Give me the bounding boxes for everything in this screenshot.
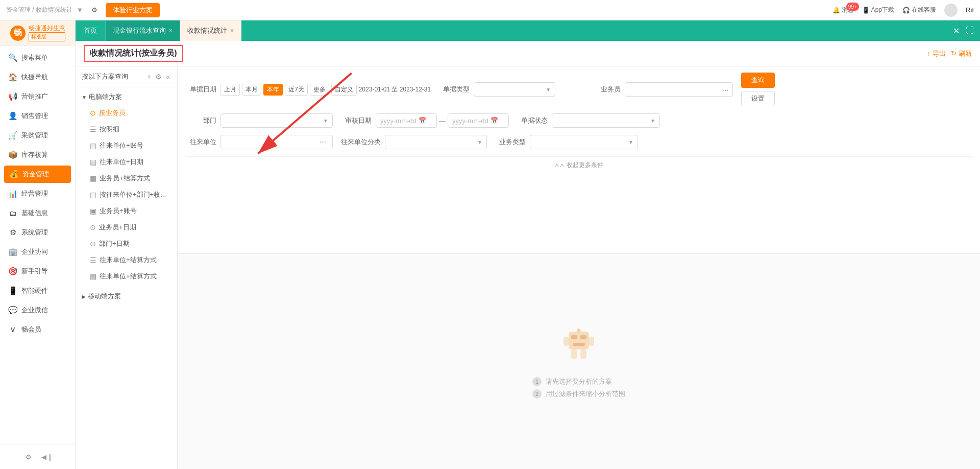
- message-button[interactable]: 🔔 消息 99+: [832, 6, 854, 14]
- tab-cashflow-label: 现金银行流水查询: [113, 26, 166, 35]
- maximize-button[interactable]: ⛶: [964, 24, 976, 37]
- calendar-to-icon: 📅: [491, 117, 498, 124]
- scheme-item-by-detail[interactable]: ☰ 按明细: [76, 121, 177, 137]
- app-download-button[interactable]: 📱 App下载: [862, 6, 894, 14]
- version-tag: 标准版: [29, 32, 65, 41]
- export-button[interactable]: ↑ 导出: [927, 49, 946, 58]
- scheme-header: 按以下方案查询 + ⚙ «: [76, 66, 177, 87]
- tab-cashflow[interactable]: 现金银行流水查询 ×: [106, 20, 180, 41]
- sidebar-item-system[interactable]: ⚙ 系统管理: [0, 223, 75, 242]
- review-date-from[interactable]: yyyy-mm-dd 📅: [376, 113, 437, 128]
- sidebar-item-wechat[interactable]: 💬 企业微信: [0, 300, 75, 320]
- partner-select[interactable]: ···: [220, 135, 333, 149]
- scheme-item-sales-date[interactable]: ⊙ 业务员+日期: [76, 219, 177, 236]
- sidebar-item-newbie[interactable]: 🎯 新手引导: [0, 262, 75, 281]
- review-date-range: yyyy-mm-dd 📅 — yyyy-mm-dd 📅: [376, 113, 509, 128]
- refresh-button[interactable]: ↻ 刷新: [951, 49, 972, 58]
- tab-cashflow-close[interactable]: ×: [169, 27, 173, 34]
- scheme-item-partner-settlement[interactable]: ☰ 往来单位+结算方式: [76, 252, 177, 268]
- try-industry-button[interactable]: 体验行业方案: [106, 3, 160, 17]
- review-date-to[interactable]: yyyy-mm-dd 📅: [448, 113, 509, 128]
- date-custom[interactable]: 自定义: [331, 84, 357, 96]
- sidebar-item-member[interactable]: V 畅会员: [0, 320, 75, 339]
- sidebar-item-smart-hw[interactable]: 📱 智能硬件: [0, 281, 75, 300]
- settings-bottom-button[interactable]: ⚙: [20, 449, 37, 465]
- partner-ellipsis-btn[interactable]: ···: [317, 137, 328, 147]
- salesperson-ellipsis[interactable]: ···: [723, 86, 728, 93]
- scheme-item-by-salesperson[interactable]: ⊙ 按业务员: [76, 105, 177, 121]
- date-this-month[interactable]: 本月: [242, 84, 261, 96]
- sidebar-item-purchase[interactable]: 🛒 采购管理: [0, 126, 75, 145]
- scheme-setting-button[interactable]: ⚙: [154, 72, 163, 82]
- sidebar-item-sales[interactable]: 👤 销售管理: [0, 106, 75, 126]
- sidebar-item-quick-nav[interactable]: 🏠 快捷导航: [0, 67, 75, 87]
- doc-type-select[interactable]: ▼: [474, 82, 555, 97]
- inventory-icon: 📦: [8, 150, 17, 159]
- scheme-item-sales-settlement[interactable]: ▦ 业务员+结算方式: [76, 170, 177, 186]
- partner-date-label: 往来单位+日期: [100, 157, 143, 167]
- dept-select[interactable]: ▼: [220, 113, 333, 128]
- collapse-more-conditions[interactable]: ∧∧ 收起更多条件: [186, 156, 972, 174]
- dept-date-icon: ⊙: [90, 240, 96, 248]
- tab-bar-right: ✕ ⛶: [951, 20, 980, 41]
- partner-classify-select[interactable]: ▼: [385, 135, 487, 149]
- collapse-label: 收起更多条件: [567, 161, 603, 169]
- date-7days[interactable]: 近7天: [285, 84, 308, 96]
- collapse-sidebar-button[interactable]: ◀ ‖: [39, 449, 55, 465]
- tab-receivable[interactable]: 收款情况统计 ×: [180, 20, 241, 41]
- tab-home[interactable]: 首页: [76, 20, 106, 41]
- gear-icon[interactable]: ⚙: [87, 3, 102, 17]
- scheme-item-partner-settlement2[interactable]: ▤ 往来单位+结算方式: [76, 268, 177, 285]
- scheme-item-partner-date[interactable]: ▤ 往来单位+日期: [76, 154, 177, 170]
- partner-account-label: 往来单位+账号: [100, 141, 143, 150]
- refresh-icon: ↻: [951, 50, 957, 57]
- partner-dept-icon: ▤: [90, 191, 96, 199]
- logo-area: 畅 畅捷通好生意 标准版: [0, 20, 75, 46]
- add-scheme-button[interactable]: +: [146, 72, 152, 82]
- sidebar-nav: 🔍 搜索菜单 🏠 快捷导航 📢 营销推广 👤 销售管理 🛒 采购管理 📦: [0, 46, 75, 444]
- sidebar-item-finance[interactable]: 💰 资金管理: [4, 166, 71, 183]
- scheme-item-sales-account[interactable]: ▣ 业务员+账号: [76, 203, 177, 219]
- quick-nav-icon: 🏠: [8, 73, 17, 82]
- scheme-item-dept-date[interactable]: ⊙ 部门+日期: [76, 236, 177, 252]
- collapse-scheme-button[interactable]: «: [165, 72, 171, 82]
- date-more[interactable]: 更多: [310, 84, 329, 96]
- close-all-tabs-button[interactable]: ✕: [951, 24, 962, 38]
- partner-settlement2-icon: ▤: [90, 272, 96, 280]
- online-service-button[interactable]: 🎧 在线客服: [902, 6, 936, 14]
- biz-type-label: 业务类型: [495, 137, 526, 147]
- sidebar-item-search-menu[interactable]: 🔍 搜索菜单: [0, 48, 75, 67]
- sidebar-label-inventory: 库存核算: [21, 150, 48, 159]
- svg-rect-0: [569, 332, 589, 349]
- date-last-month[interactable]: 上月: [220, 84, 240, 96]
- sidebar-item-basic-info[interactable]: 🗂 基础信息: [0, 203, 75, 223]
- scheme-header-icons: + ⚙ «: [146, 72, 171, 82]
- doc-status-select[interactable]: ▼: [552, 113, 660, 128]
- sidebar-item-inventory[interactable]: 📦 库存核算: [0, 145, 75, 165]
- query-button[interactable]: 查询: [741, 73, 775, 88]
- sidebar-label-newbie: 新手引导: [21, 267, 48, 276]
- mobile-group-title[interactable]: ▶ 移动端方案: [76, 289, 177, 304]
- dropdown-icon[interactable]: ▼: [77, 6, 83, 14]
- calendar-from-icon: 📅: [419, 117, 426, 124]
- desktop-group-title[interactable]: ▼ 电脑端方案: [76, 89, 177, 105]
- user-avatar[interactable]: [944, 4, 958, 17]
- partner-classify-label: 往来单位分类: [341, 137, 381, 147]
- sidebar-label-enterprise: 企业协同: [21, 247, 48, 256]
- sidebar-item-marketing[interactable]: 📢 营销推广: [0, 87, 75, 106]
- hint-area: 1 请先选择要分析的方案 2 用过滤条件来缩小分析范围: [178, 253, 980, 470]
- marketing-icon: 📢: [8, 92, 17, 101]
- sidebar-label-system: 系统管理: [21, 228, 48, 237]
- set-button[interactable]: 设置: [741, 91, 775, 106]
- newbie-icon: 🎯: [8, 267, 17, 276]
- biz-type-select[interactable]: ▼: [530, 135, 638, 149]
- date-this-year[interactable]: 本年: [263, 84, 283, 96]
- salesperson-select[interactable]: ···: [625, 82, 733, 97]
- tab-receivable-close[interactable]: ×: [230, 27, 234, 34]
- sidebar-item-enterprise[interactable]: 🏢 企业协同: [0, 242, 75, 262]
- scheme-item-partner-account[interactable]: ▤ 往来单位+账号: [76, 137, 177, 154]
- sales-icon: 👤: [8, 111, 17, 121]
- sidebar-label-finance: 资金管理: [22, 170, 49, 179]
- sidebar-item-operation[interactable]: 📊 经营管理: [0, 184, 75, 203]
- scheme-item-partner-dept[interactable]: ▤ 按往来单位+部门+收...: [76, 186, 177, 203]
